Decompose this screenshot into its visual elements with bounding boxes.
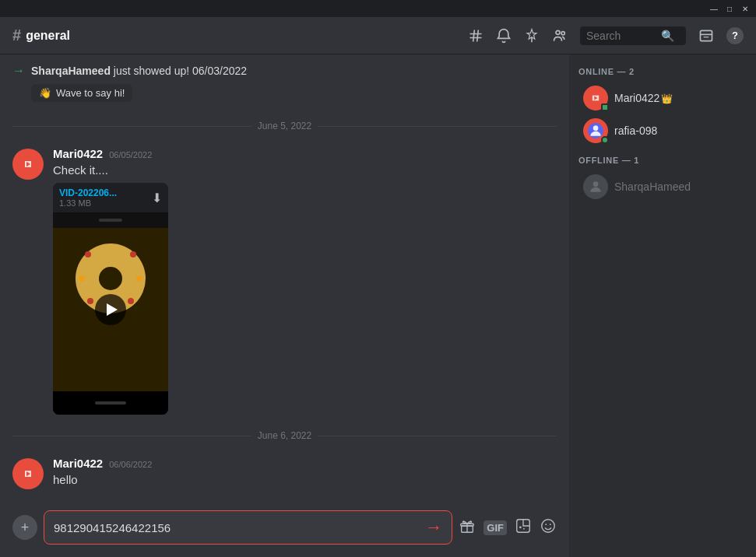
hashtag-icon[interactable] xyxy=(468,28,483,44)
search-input[interactable] xyxy=(586,30,656,42)
svg-point-10 xyxy=(523,527,525,529)
search-box[interactable]: 🔍 xyxy=(580,26,686,45)
avatar2 xyxy=(12,458,44,489)
message-content: Mari0422 06/05/2022 Check it.... VID-202… xyxy=(53,147,557,415)
gift-icon[interactable] xyxy=(459,517,476,538)
bell-icon[interactable] xyxy=(496,28,512,44)
svg-point-2 xyxy=(561,31,564,34)
wave-button-container: 👋 Wave to say hi! xyxy=(0,84,569,102)
join-text: SharqaHameed just showed up! 06/03/2022 xyxy=(31,65,247,77)
sidebar-avatar-mari0422 xyxy=(583,86,608,110)
svg-rect-3 xyxy=(701,30,712,40)
date-text2: June 6, 2022 xyxy=(258,430,311,441)
pin-icon[interactable] xyxy=(524,28,540,44)
date-divider-june5: June 5, 2022 xyxy=(0,108,569,144)
svg-point-1 xyxy=(556,30,560,34)
svg-point-11 xyxy=(542,519,555,532)
video-filename: VID-202206... xyxy=(59,187,117,198)
avatar xyxy=(12,149,44,180)
message-input-box[interactable]: → xyxy=(44,510,452,545)
message-mari0422-hello: Mari0422 06/06/2022 hello xyxy=(0,454,569,492)
message-username2: Mari0422 xyxy=(53,457,103,470)
message-header: Mari0422 06/05/2022 xyxy=(53,147,557,160)
date-divider-june6: June 6, 2022 xyxy=(0,418,569,454)
sticker-icon[interactable] xyxy=(515,517,532,538)
video-download-button[interactable]: ⬇ xyxy=(152,191,162,205)
sidebar-username-sharqa: SharqaHameed xyxy=(614,180,691,193)
red-arrow-icon: → xyxy=(425,517,442,538)
input-area: + → GIF xyxy=(0,504,569,557)
message-timestamp2: 06/06/2022 xyxy=(109,460,152,469)
divider-line-left2 xyxy=(12,436,251,436)
play-button[interactable] xyxy=(95,294,126,325)
divider-line-right2 xyxy=(318,436,557,436)
gif-icon[interactable]: GIF xyxy=(483,520,507,535)
sidebar-user-sharqa[interactable]: SharqaHameed xyxy=(578,171,747,202)
join-arrow-icon: → xyxy=(12,64,25,78)
online-section-title: ONLINE — 2 xyxy=(578,67,747,76)
svg-point-16 xyxy=(593,125,599,131)
offline-section-title: OFFLINE — 1 xyxy=(578,156,747,165)
add-attachment-button[interactable]: + xyxy=(12,515,37,540)
video-size: 1.33 MB xyxy=(59,198,117,208)
wave-button[interactable]: 👋 Wave to say hi! xyxy=(31,84,132,102)
svg-point-12 xyxy=(545,524,547,525)
join-username: SharqaHameed xyxy=(31,65,111,77)
video-thumbnail[interactable] xyxy=(53,212,168,415)
status-indicator-rafia xyxy=(601,136,609,144)
titlebar: — □ ✕ xyxy=(0,0,756,17)
sidebar-user-mari0422[interactable]: Mari0422👑 xyxy=(578,82,747,114)
play-icon xyxy=(107,303,118,316)
messages-list: → SharqaHameed just showed up! 06/03/202… xyxy=(0,54,569,504)
divider-line-right xyxy=(318,126,557,127)
close-button[interactable]: ✕ xyxy=(740,4,750,13)
sidebar-username-mari0422: Mari0422👑 xyxy=(614,92,673,104)
svg-point-9 xyxy=(519,526,522,528)
maximize-button[interactable]: □ xyxy=(725,4,734,13)
date-text: June 5, 2022 xyxy=(258,121,311,131)
divider-line-left xyxy=(12,126,251,127)
sidebar-avatar-sharqa xyxy=(583,174,608,199)
message-mari0422-video: Mari0422 06/05/2022 Check it.... VID-202… xyxy=(0,144,569,418)
wave-label: Wave to say hi! xyxy=(56,87,125,99)
message-input[interactable] xyxy=(54,521,419,534)
sidebar-user-rafia[interactable]: rafia-098 xyxy=(578,115,747,146)
wave-emoji: 👋 xyxy=(39,87,51,99)
emoji-icon[interactable] xyxy=(540,517,557,538)
sidebar-username-rafia: rafia-098 xyxy=(614,124,657,137)
svg-point-18 xyxy=(593,181,599,187)
chat-area: → SharqaHameed just showed up! 06/03/202… xyxy=(0,54,569,557)
message-timestamp: 06/05/2022 xyxy=(109,150,152,159)
crown-icon: 👑 xyxy=(661,93,673,104)
search-icon: 🔍 xyxy=(661,30,674,42)
status-indicator-mari0422 xyxy=(601,103,609,111)
message-header2: Mari0422 06/06/2022 xyxy=(53,457,557,470)
members-icon[interactable] xyxy=(552,28,568,44)
svg-point-13 xyxy=(550,524,551,525)
video-header: VID-202206... 1.33 MB ⬇ xyxy=(53,183,168,212)
members-sidebar: ONLINE — 2 Mari0422👑 rafia-098 OFFLINE —… xyxy=(569,54,756,557)
header-icons: 🔍 ? xyxy=(468,26,744,45)
join-message: → SharqaHameed just showed up! 06/03/202… xyxy=(0,61,569,81)
channel-header: # general 🔍 ? xyxy=(0,17,756,54)
help-icon[interactable]: ? xyxy=(726,27,744,44)
message-text: Check it.... xyxy=(53,162,557,178)
channel-title: # general xyxy=(12,26,70,44)
minimize-button[interactable]: — xyxy=(709,4,719,13)
sidebar-avatar-rafia xyxy=(583,118,608,143)
inbox-icon[interactable] xyxy=(698,28,714,44)
hash-icon: # xyxy=(12,26,21,44)
main-content: → SharqaHameed just showed up! 06/03/202… xyxy=(0,54,756,557)
video-attachment[interactable]: VID-202206... 1.33 MB ⬇ xyxy=(53,183,168,415)
input-icons: GIF xyxy=(459,517,557,538)
channel-name: general xyxy=(26,29,70,43)
message-content2: Mari0422 06/06/2022 hello xyxy=(53,457,557,489)
video-bottom-bar xyxy=(53,391,168,415)
phone-notch xyxy=(95,401,126,405)
message-username: Mari0422 xyxy=(53,147,103,160)
message-text2: hello xyxy=(53,471,557,488)
